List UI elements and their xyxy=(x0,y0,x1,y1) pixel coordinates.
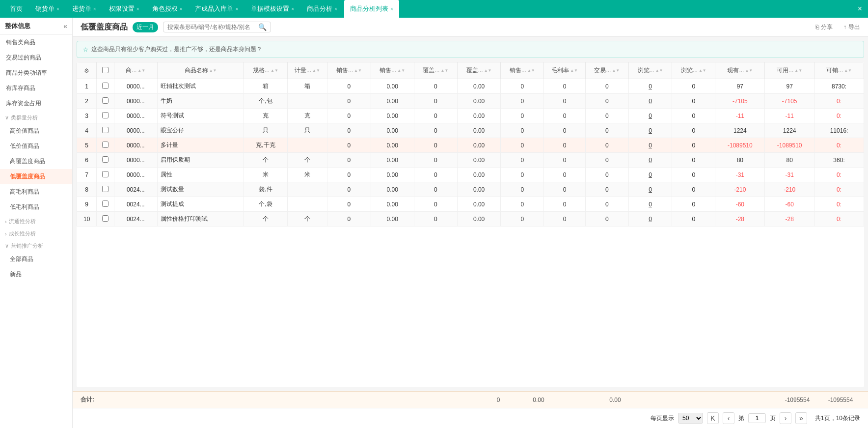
next-page-button[interactable]: › xyxy=(780,412,791,424)
per-page-select[interactable]: 50 20 100 200 xyxy=(678,413,703,424)
row-select[interactable] xyxy=(102,127,108,133)
nav-goods-analysis[interactable]: 商品分析 × xyxy=(301,0,343,18)
search-input[interactable] xyxy=(167,24,256,30)
nav-close-goods-list[interactable]: × xyxy=(390,6,393,12)
select-all-checkbox[interactable] xyxy=(102,67,108,73)
page-number-input[interactable] xyxy=(748,413,766,423)
last-page-button[interactable]: » xyxy=(795,412,807,424)
sidebar-item-new-goods[interactable]: 新品 xyxy=(0,267,72,282)
sidebar-item-low-profit[interactable]: 低毛利商品 xyxy=(0,200,72,215)
sidebar-item-high-value[interactable]: 高价值商品 xyxy=(0,123,72,139)
row-name[interactable]: 属性价格打印测试 xyxy=(157,212,244,227)
row-checkbox[interactable] xyxy=(97,168,114,182)
col-sales1[interactable]: 销售... ▲▼ xyxy=(327,62,371,79)
first-page-button[interactable]: K xyxy=(707,412,719,424)
sidebar-item-sales-goods[interactable]: 销售类商品 xyxy=(0,35,72,50)
browse1-link[interactable]: 0 xyxy=(649,157,652,164)
sidebar-item-in-stock[interactable]: 有库存商品 xyxy=(0,81,72,96)
sidebar-item-traded-goods[interactable]: 交易过的商品 xyxy=(0,50,72,65)
row-checkbox[interactable] xyxy=(97,153,114,168)
nav-close-finished[interactable]: × xyxy=(235,6,238,12)
nav-close-role[interactable]: × xyxy=(180,6,183,12)
col-trade[interactable]: 交易... ▲▼ xyxy=(585,62,628,79)
browse1-link[interactable]: 0 xyxy=(649,83,652,90)
row-browse1[interactable]: 0 xyxy=(628,109,672,123)
nav-close-sales-order[interactable]: × xyxy=(56,6,59,12)
search-icon[interactable]: 🔍 xyxy=(258,23,267,31)
row-checkbox[interactable] xyxy=(97,182,114,197)
close-all-tabs[interactable]: × xyxy=(858,4,862,13)
row-checkbox[interactable] xyxy=(97,138,114,153)
row-browse1[interactable]: 0 xyxy=(628,79,672,94)
browse1-link[interactable]: 0 xyxy=(649,216,652,223)
row-checkbox[interactable] xyxy=(97,212,114,227)
row-browse1[interactable]: 0 xyxy=(628,138,672,153)
row-browse1[interactable]: 0 xyxy=(628,123,672,138)
export-button[interactable]: ↑ 导出 xyxy=(843,23,860,31)
row-select[interactable] xyxy=(102,112,108,118)
row-name[interactable]: 测试数量 xyxy=(157,182,244,197)
nav-close-goods-analysis[interactable]: × xyxy=(334,6,337,12)
nav-home[interactable]: 首页 xyxy=(4,0,28,18)
row-select[interactable] xyxy=(102,83,108,89)
col-gross[interactable]: 毛利率 ▲▼ xyxy=(544,62,585,79)
nav-goods-analysis-list[interactable]: 商品分析列表 × xyxy=(344,0,399,18)
sidebar-section-marketing[interactable]: ∨ 营销推广分析 xyxy=(0,239,72,252)
col-browse2[interactable]: 浏览... ▲▼ xyxy=(672,62,715,79)
nav-close-template[interactable]: × xyxy=(291,6,294,12)
row-browse1[interactable]: 0 xyxy=(628,94,672,109)
time-filter-button[interactable]: 近一月 xyxy=(133,22,158,32)
col-checkbox[interactable] xyxy=(97,62,114,79)
row-browse1[interactable]: 0 xyxy=(628,153,672,168)
browse1-link[interactable]: 0 xyxy=(649,201,652,208)
row-name[interactable]: 多计量 xyxy=(157,138,244,153)
col-unit[interactable]: 计量... ▲▼ xyxy=(287,62,327,79)
sidebar-item-low-value[interactable]: 低价值商品 xyxy=(0,139,72,154)
row-name[interactable]: 符号测试 xyxy=(157,109,244,123)
nav-close-permissions[interactable]: × xyxy=(136,6,139,12)
row-name[interactable]: 启用保质期 xyxy=(157,153,244,168)
nav-close-purchase[interactable]: × xyxy=(93,6,96,12)
sidebar-item-high-profit[interactable]: 高毛利商品 xyxy=(0,184,72,200)
col-saleable[interactable]: 可销... ▲▼ xyxy=(814,62,864,79)
col-sales3[interactable]: 销售... ▲▼ xyxy=(501,62,544,79)
nav-role-auth[interactable]: 角色授权 × xyxy=(146,0,189,18)
col-settings[interactable]: ⚙ xyxy=(77,62,97,79)
browse1-link[interactable]: 0 xyxy=(649,142,652,149)
row-name[interactable]: 眼宝公仔 xyxy=(157,123,244,138)
row-select[interactable] xyxy=(102,142,108,148)
browse1-link[interactable]: 0 xyxy=(649,127,652,134)
row-browse1[interactable]: 0 xyxy=(628,212,672,227)
col-cov1[interactable]: 覆盖... ▲▼ xyxy=(414,62,457,79)
share-button[interactable]: ⎗ 分享 xyxy=(815,23,833,31)
col-available[interactable]: 可用... ▲▼ xyxy=(765,62,814,79)
row-checkbox[interactable] xyxy=(97,123,114,138)
nav-template-settings[interactable]: 单据模板设置 × xyxy=(245,0,300,18)
row-select[interactable] xyxy=(102,156,108,163)
nav-sales-order[interactable]: 销货单 × xyxy=(29,0,65,18)
row-browse1[interactable]: 0 xyxy=(628,197,672,212)
row-select[interactable] xyxy=(102,171,108,177)
row-name[interactable]: 牛奶 xyxy=(157,94,244,109)
row-select[interactable] xyxy=(102,186,108,192)
sidebar-section-growth[interactable]: › 成长性分析 xyxy=(0,227,72,239)
sidebar-collapse-button[interactable]: « xyxy=(63,22,67,30)
row-checkbox[interactable] xyxy=(97,94,114,109)
row-select[interactable] xyxy=(102,215,108,222)
browse1-link[interactable]: 0 xyxy=(649,171,652,178)
col-sales2[interactable]: 销售... ▲▼ xyxy=(371,62,414,79)
nav-permissions[interactable]: 权限设置 × xyxy=(103,0,145,18)
col-code[interactable]: 商... ▲▼ xyxy=(114,62,157,79)
row-checkbox[interactable] xyxy=(97,109,114,123)
browse1-link[interactable]: 0 xyxy=(649,113,652,119)
col-browse1[interactable]: 浏览... ▲▼ xyxy=(628,62,672,79)
sidebar-item-stock-fund[interactable]: 库存资金占用 xyxy=(0,96,72,111)
sidebar-section-liquidity[interactable]: › 流通性分析 xyxy=(0,215,72,227)
row-checkbox[interactable] xyxy=(97,79,114,94)
row-name[interactable]: 测试提成 xyxy=(157,197,244,212)
prev-page-button[interactable]: ‹ xyxy=(723,412,734,424)
sidebar-item-category-rate[interactable]: 商品分类动销率 xyxy=(0,65,72,81)
col-current[interactable]: 现有... ▲▼ xyxy=(715,62,765,79)
nav-purchase-order[interactable]: 进货单 × xyxy=(66,0,102,18)
row-browse1[interactable]: 0 xyxy=(628,182,672,197)
